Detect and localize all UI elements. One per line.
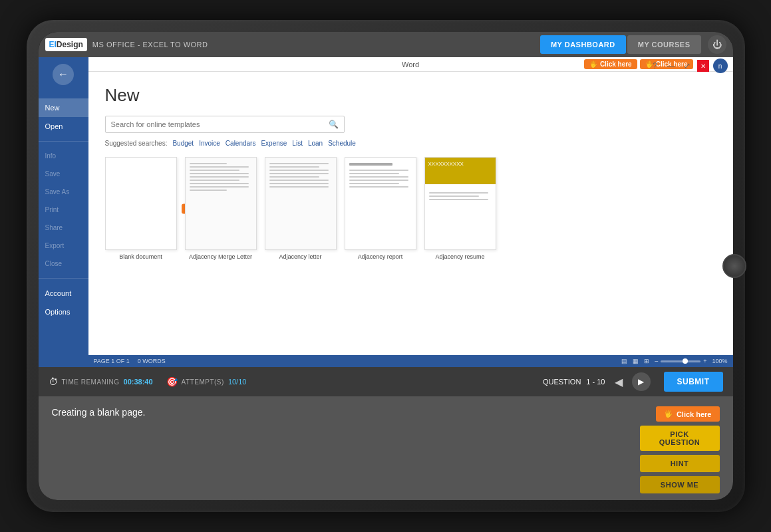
- tag-loan[interactable]: Loan: [308, 140, 323, 147]
- tag-list[interactable]: List: [292, 140, 303, 147]
- sidebar-item-saveas[interactable]: Save As: [39, 183, 88, 201]
- tag-expense[interactable]: Expense: [261, 140, 287, 147]
- zoom-thumb: [683, 358, 688, 364]
- hand-icon-1: 🖐: [589, 61, 597, 68]
- thumb-line: [190, 166, 249, 168]
- template-resume[interactable]: XXXXXXXXXX Adjacency resume: [424, 157, 496, 260]
- hint-button[interactable]: HINT: [640, 455, 720, 472]
- click-here-bottom-label: Click here: [677, 410, 712, 418]
- page-info: PAGE 1 OF 1: [94, 358, 130, 364]
- sidebar-item-open[interactable]: Open: [39, 117, 88, 136]
- prev-question-button[interactable]: ◀: [611, 374, 627, 390]
- logo-ei: EI: [49, 40, 57, 49]
- template-letter[interactable]: Adjacency letter: [265, 157, 337, 260]
- template-blank-document[interactable]: Blank document: [105, 157, 177, 260]
- thumb-line: [429, 199, 488, 200]
- bottom-buttons: 🖐 Click here PICK QUESTION HINT SHOW ME: [640, 406, 720, 493]
- sidebar-item-options[interactable]: Options: [39, 303, 88, 321]
- quiz-bar: ⏱ TIME REMANING 00:38:40 🎯 ATTEMPT(S) 10…: [39, 367, 733, 396]
- sidebar-divider-1: [39, 141, 88, 142]
- sidebar-item-share[interactable]: Share: [39, 219, 88, 237]
- thumb-line: [269, 183, 329, 184]
- search-templates-container[interactable]: 🔍: [105, 116, 345, 133]
- question-range: 1 - 10: [586, 378, 605, 386]
- thumb-line: [269, 163, 329, 164]
- template-grid: Blank document 🖐 Click here: [105, 157, 716, 260]
- thumb-line: [349, 173, 399, 174]
- maximize-button[interactable]: ⤢: [681, 60, 693, 72]
- statusbar-right: ▤ ▦ ⊞ – + 100%: [621, 358, 727, 364]
- word-content: Word 🖐 Click here 🖐 Click here: [88, 57, 733, 367]
- thumb-line: [349, 170, 408, 171]
- view-icon-1: ▤: [621, 358, 627, 364]
- click-here-bottom-btn[interactable]: 🖐 Click here: [656, 406, 720, 422]
- thumb-line: [429, 192, 488, 194]
- zoom-plus[interactable]: +: [703, 358, 706, 364]
- top-navigation: EIDesign MS OFFICE - EXCEL TO WORD MY DA…: [39, 32, 733, 57]
- question-navigation: QUESTION 1 - 10 ◀ ▶: [543, 372, 651, 391]
- close-button[interactable]: ✕: [697, 60, 709, 72]
- sidebar-item-close[interactable]: Close: [39, 255, 88, 273]
- help-button[interactable]: ?: [649, 60, 661, 72]
- sidebar-item-print[interactable]: Print: [39, 201, 88, 219]
- sidebar-menu: New Open Info Save Save As Print Share E…: [39, 98, 88, 321]
- word-statusbar: PAGE 1 OF 1 0 WORDS ▤ ▦ ⊞ – +: [88, 355, 733, 367]
- thumb-line: [349, 180, 408, 181]
- zoom-minus[interactable]: –: [655, 358, 658, 364]
- question-label: QUESTION: [543, 378, 581, 386]
- sidebar-item-new[interactable]: New: [39, 98, 88, 117]
- view-icon-3: ⊞: [644, 358, 649, 364]
- sidebar-item-account[interactable]: Account: [39, 284, 88, 303]
- click-here-title-btn-1[interactable]: 🖐 Click here: [584, 59, 637, 69]
- submit-button[interactable]: SUBMIT: [664, 372, 723, 392]
- thumb-line: [349, 163, 393, 166]
- template-thumb-letter: [265, 157, 337, 250]
- dashboard-button[interactable]: MY DASHBOARD: [540, 35, 626, 54]
- play-button[interactable]: ▶: [632, 372, 651, 391]
- minimize-button[interactable]: —: [665, 60, 677, 72]
- template-label-merge-letter: Adjacency Merge Letter: [189, 253, 252, 260]
- home-button[interactable]: [722, 254, 746, 278]
- template-merge-letter[interactable]: 🖐 Click here: [185, 157, 257, 260]
- sidebar-item-info[interactable]: Info: [39, 147, 88, 165]
- show-me-button[interactable]: SHOW ME: [640, 476, 720, 493]
- click-here-title-label-1: Click here: [600, 61, 632, 68]
- new-document-area: New 🔍 Suggested searches: Budget Invoice…: [88, 72, 733, 355]
- timer-label: TIME REMANING: [62, 378, 120, 386]
- tablet-frame: EIDesign MS OFFICE - EXCEL TO WORD MY DA…: [27, 20, 745, 512]
- template-report[interactable]: Adjacency report: [345, 157, 416, 260]
- sidebar-divider-2: [39, 278, 88, 279]
- sidebar-item-save[interactable]: Save: [39, 165, 88, 183]
- thumb-line: [349, 176, 408, 178]
- zoom-track[interactable]: [661, 360, 700, 362]
- thumb-line: [190, 190, 227, 191]
- tag-schedule[interactable]: Schedule: [328, 140, 356, 147]
- tag-invoice[interactable]: Invoice: [199, 140, 220, 147]
- main-content: ← New Open Info Save Save As Print Share…: [39, 57, 733, 367]
- template-thumb-report: [345, 157, 416, 250]
- word-app-title: Word: [402, 61, 419, 68]
- word-title-bar: Word 🖐 Click here 🖐 Click here: [88, 57, 733, 72]
- timer-value: 00:38:40: [124, 378, 153, 386]
- tag-calendars[interactable]: Calendars: [226, 140, 256, 147]
- tag-budget[interactable]: Budget: [172, 140, 194, 147]
- back-button[interactable]: ←: [53, 64, 74, 85]
- thumb-line: [269, 176, 319, 178]
- courses-button[interactable]: MY COURSES: [627, 35, 701, 54]
- power-button[interactable]: ⏻: [708, 35, 726, 54]
- window-controls: ? — ⤢ ✕ n: [649, 59, 728, 73]
- thumb-line: [269, 180, 329, 181]
- attempts-label: ATTEMPT(S): [182, 378, 224, 386]
- pick-question-button[interactable]: PICK QUESTION: [640, 426, 720, 451]
- question-text: Creating a blank page.: [52, 406, 627, 420]
- zoom-value: 100%: [712, 358, 727, 364]
- logo-design: Design: [57, 40, 83, 49]
- search-icon: 🔍: [323, 116, 344, 132]
- thumb-line: [429, 196, 479, 197]
- bottom-content: Creating a blank page. 🖐 Click here PICK…: [39, 396, 733, 500]
- view-icon-2: ▦: [633, 358, 639, 364]
- sidebar-item-export[interactable]: Export: [39, 237, 88, 255]
- thumb-line: [190, 176, 249, 178]
- timer-info: ⏱ TIME REMANING 00:38:40: [49, 376, 153, 387]
- search-templates-input[interactable]: [106, 117, 323, 132]
